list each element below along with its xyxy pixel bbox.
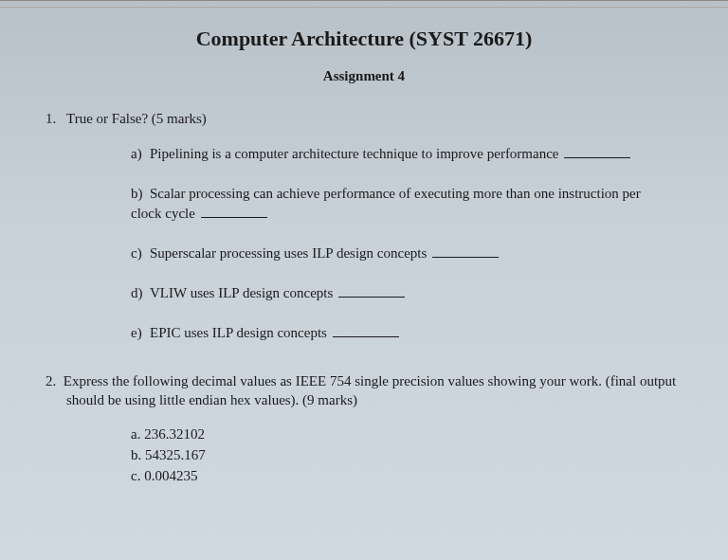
q2-values: a. 236.32102 b. 54325.167 c. 0.004235 [131, 425, 682, 486]
q1-d-label: d) [131, 283, 150, 302]
q2-a-label: a. [131, 426, 140, 442]
q1-a-label: a) [131, 144, 150, 163]
q2-value-a: a. 236.32102 [131, 425, 682, 445]
q1-b-blank [201, 217, 267, 218]
doc-title: Computer Architecture (SYST 26671) [46, 27, 682, 51]
q1-number: 1. [46, 111, 66, 127]
page-top-border [0, 0, 728, 8]
q2-number: 2. [46, 373, 56, 388]
q1-item-e: e)EPIC uses ILP design concepts [131, 323, 664, 342]
q1-e-label: e) [131, 323, 150, 342]
q1-e-blank [333, 336, 399, 337]
q2-value-c: c. 0.004235 [131, 466, 682, 487]
q1-c-label: c) [131, 244, 150, 262]
q1-e-text: EPIC uses ILP design concepts [150, 325, 327, 340]
q1-c-text: Superscalar processing uses ILP design c… [150, 245, 427, 261]
q2-value-b: b. 54325.167 [131, 445, 682, 466]
doc-subtitle: Assignment 4 [46, 68, 682, 84]
q1-item-c: c)Superscalar processing uses ILP design… [131, 244, 664, 262]
q1-b-text: Scalar processing can achieve performanc… [131, 186, 641, 220]
q1-a-text: Pipelining is a computer architecture te… [150, 146, 559, 161]
q2-b-value: 54325.167 [145, 447, 206, 462]
q1-d-text: VLIW uses ILP design concepts [150, 285, 333, 300]
q1-item-a: a)Pipelining is a computer architecture … [131, 144, 664, 163]
q1-a-blank [564, 157, 630, 158]
q2-c-label: c. [131, 468, 140, 483]
q2-prompt: Express the following decimal values as … [64, 373, 677, 407]
q1-items: a)Pipelining is a computer architecture … [131, 144, 664, 343]
question-2: 2. Express the following decimal values … [46, 371, 682, 410]
q1-b-label: b) [131, 184, 150, 203]
q1-item-b: b)Scalar processing can achieve performa… [131, 184, 664, 223]
q1-item-d: d)VLIW uses ILP design concepts [131, 283, 664, 302]
question-1: 1.True or False? (5 marks) [46, 111, 682, 127]
q2-a-value: 236.32102 [144, 426, 205, 442]
q1-c-blank [432, 257, 499, 258]
q1-prompt: True or False? (5 marks) [66, 111, 207, 126]
document-page: Computer Architecture (SYST 26671) Assig… [0, 0, 728, 505]
q2-c-value: 0.004235 [144, 468, 197, 483]
q1-d-blank [338, 297, 405, 298]
q2-b-label: b. [131, 447, 141, 462]
